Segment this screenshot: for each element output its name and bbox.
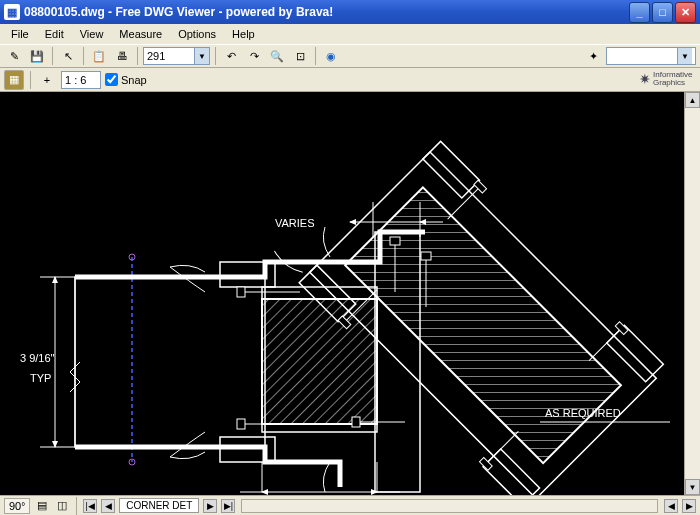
- svg-rect-26: [352, 417, 360, 427]
- tab-first-icon[interactable]: |◀: [83, 499, 97, 513]
- canvas-area: VARIES 3 9/16" TYP 2 3/4" AS REQUIRED ▲ …: [0, 92, 700, 495]
- separator: [52, 47, 53, 65]
- menubar: File Edit View Measure Options Help: [0, 24, 700, 44]
- dropdown-arrow-icon[interactable]: ▼: [677, 48, 692, 64]
- dim-height-typ: TYP: [30, 372, 51, 384]
- app-icon: ▦: [4, 4, 20, 20]
- menu-measure[interactable]: Measure: [112, 26, 169, 42]
- scale-input[interactable]: [61, 71, 101, 89]
- print-icon[interactable]: 🖶: [112, 46, 132, 66]
- tab-next-icon[interactable]: ▶: [203, 499, 217, 513]
- save-icon[interactable]: 💾: [27, 46, 47, 66]
- maximize-button[interactable]: □: [652, 2, 673, 23]
- horizontal-scrollbar[interactable]: [241, 499, 658, 513]
- scroll-right-icon[interactable]: ▶: [682, 499, 696, 513]
- layers-icon[interactable]: ▤: [34, 498, 50, 514]
- menu-help[interactable]: Help: [225, 26, 262, 42]
- dropdown-arrow-icon[interactable]: ▼: [194, 48, 209, 64]
- svg-rect-4: [262, 299, 377, 424]
- placement-input[interactable]: [607, 50, 677, 62]
- drawing-canvas[interactable]: VARIES 3 9/16" TYP 2 3/4" AS REQUIRED: [0, 92, 684, 495]
- main-toolbar: ✎ 💾 ↖ 📋 🖶 ▼ ↶ ↷ 🔍 ⊡ ◉ ✦ ▼: [0, 44, 700, 68]
- crosshair-icon[interactable]: +: [37, 70, 57, 90]
- pointer-icon[interactable]: ↖: [58, 46, 78, 66]
- statusbar: 90° ▤ ◫ |◀ ◀ CORNER DET ▶ ▶| ◀ ▶: [0, 495, 700, 515]
- scroll-down-icon[interactable]: ▼: [685, 479, 700, 495]
- separator: [137, 47, 138, 65]
- dim-varies-label: VARIES: [275, 217, 315, 229]
- page-combo[interactable]: ▼: [143, 47, 210, 65]
- separator: [30, 71, 31, 89]
- secondary-toolbar: ▦ + Snap ✷ Informative Graphics: [0, 68, 700, 92]
- menu-file[interactable]: File: [4, 26, 36, 42]
- close-button[interactable]: ✕: [675, 2, 696, 23]
- svg-line-13: [448, 187, 480, 219]
- grid-toggle-icon[interactable]: ▦: [4, 70, 24, 90]
- scroll-left-icon[interactable]: ◀: [664, 499, 678, 513]
- rotate-left-icon[interactable]: ↶: [221, 46, 241, 66]
- copy-icon[interactable]: 📋: [89, 46, 109, 66]
- zoom-extents-icon[interactable]: ⊡: [290, 46, 310, 66]
- tab-prev-icon[interactable]: ◀: [101, 499, 115, 513]
- separator: [83, 47, 84, 65]
- markup-icon[interactable]: ✎: [4, 46, 24, 66]
- separator: [215, 47, 216, 65]
- menu-options[interactable]: Options: [171, 26, 223, 42]
- logo-icon: ✷: [639, 71, 651, 87]
- snap-checkbox[interactable]: [105, 73, 118, 86]
- snap-label: Snap: [121, 74, 147, 86]
- svg-rect-12: [483, 449, 540, 495]
- svg-line-19: [487, 431, 519, 463]
- brand-logo: ✷ Informative Graphics: [638, 70, 698, 88]
- svg-rect-22: [237, 287, 245, 297]
- scroll-track[interactable]: [685, 108, 700, 479]
- svg-rect-30: [421, 252, 431, 260]
- placement-combo[interactable]: ▼: [606, 47, 696, 65]
- titlebar: ▦ 08800105.dwg - Free DWG Viewer - power…: [0, 0, 700, 24]
- minimize-button[interactable]: _: [629, 2, 650, 23]
- zoom-in-icon[interactable]: 🔍: [267, 46, 287, 66]
- svg-line-15: [589, 329, 621, 361]
- as-required-label: AS REQUIRED: [545, 407, 621, 419]
- angle-indicator[interactable]: 90°: [4, 498, 30, 514]
- snap-checkbox-label[interactable]: Snap: [105, 73, 147, 86]
- window-title: 08800105.dwg - Free DWG Viewer - powered…: [24, 5, 629, 19]
- svg-rect-24: [237, 419, 245, 429]
- menu-view[interactable]: View: [73, 26, 111, 42]
- window-controls: _ □ ✕: [629, 2, 696, 23]
- menu-edit[interactable]: Edit: [38, 26, 71, 42]
- placement-icon[interactable]: ✦: [583, 46, 603, 66]
- brand-sub: Graphics: [653, 79, 693, 87]
- page-input[interactable]: [144, 50, 194, 62]
- vertical-scrollbar[interactable]: ▲ ▼: [684, 92, 700, 495]
- separator: [76, 497, 77, 515]
- svg-rect-9: [423, 141, 480, 198]
- rotate-right-icon[interactable]: ↷: [244, 46, 264, 66]
- help-icon[interactable]: ◉: [321, 46, 341, 66]
- tab-last-icon[interactable]: ▶|: [221, 499, 235, 513]
- scroll-up-icon[interactable]: ▲: [685, 92, 700, 108]
- svg-rect-28: [390, 237, 400, 245]
- layout-tab[interactable]: CORNER DET: [119, 498, 199, 513]
- separator: [315, 47, 316, 65]
- view-icon[interactable]: ◫: [54, 498, 70, 514]
- dim-height-value: 3 9/16": [20, 352, 55, 364]
